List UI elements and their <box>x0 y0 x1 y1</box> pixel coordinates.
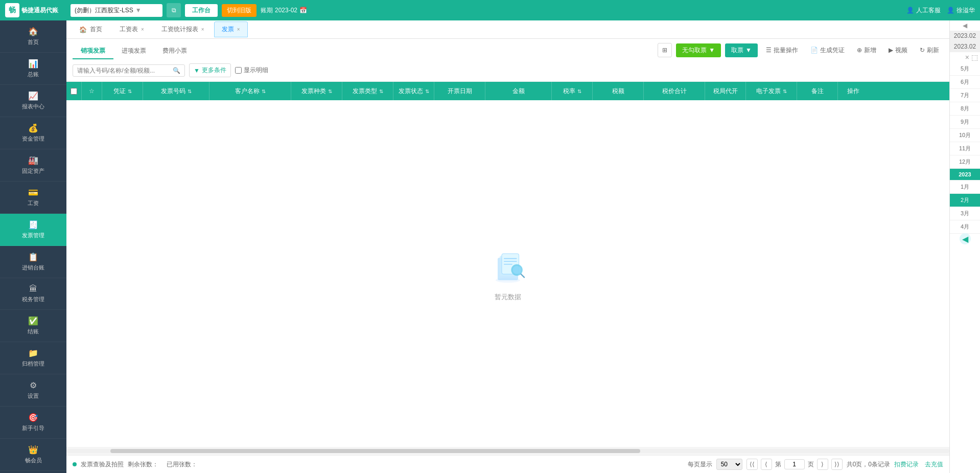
sidebar-label-home: 首页 <box>28 38 39 46</box>
date-month-10[interactable]: 10月 <box>950 129 980 142</box>
sub-tab-sales-label: 销项发票 <box>81 47 105 54</box>
sidebar-item-home[interactable]: 🏠 首页 <box>0 20 66 53</box>
batch-ops-icon: ☰ <box>766 47 772 54</box>
grid-view-button[interactable]: ⊞ <box>658 43 672 57</box>
date-month-4[interactable]: 4月 <box>950 220 980 234</box>
sidebar-item-settings[interactable]: ⚙ 设置 <box>0 374 66 407</box>
table-header: ☆ 凭证 ⇅ 发票号码 ⇅ 客户名称 ⇅ 发票种类 <box>66 82 949 100</box>
batch-ops-button[interactable]: ☰ 批量操作 <box>762 43 802 57</box>
empty-state: 暂元数据 <box>66 100 949 447</box>
panel-maximize-button[interactable]: ⬚ <box>971 53 978 61</box>
th-invoice-no[interactable]: 发票号码 ⇅ <box>143 82 209 100</box>
search-icon[interactable]: 🔍 <box>173 67 180 74</box>
main-layout: 🏠 首页 📊 总账 📈 报表中心 💰 资金管理 🏭 固定资产 💳 工资 🧾 发票… <box>0 20 980 473</box>
search-box[interactable]: 🔍 <box>73 64 185 77</box>
home-tab-icon: 🏠 <box>79 26 87 33</box>
copy-button[interactable]: ⧉ <box>167 3 181 17</box>
footer-links: 扣费记录 去充值 <box>894 460 943 469</box>
search-input[interactable] <box>77 67 171 74</box>
th-cert[interactable]: 凭证 ⇅ <box>102 82 143 100</box>
deduct-record-link[interactable]: 扣费记录 <box>894 460 919 469</box>
filter-button[interactable]: ▼ 更多条件 <box>189 63 231 77</box>
user-menu[interactable]: 👤 徐溢华 <box>947 6 975 15</box>
per-page-select[interactable]: 50 100 200 <box>716 459 742 470</box>
sidebar-item-payroll[interactable]: 💳 工资 <box>0 182 66 214</box>
date-month-8[interactable]: 8月 <box>950 102 980 116</box>
service-label: 人工客服 <box>916 6 941 15</box>
th-type1[interactable]: 发票种类 ⇅ <box>291 82 342 100</box>
user-avatar: 👤 <box>947 7 954 14</box>
show-detail-checkbox[interactable]: 显示明细 <box>235 66 268 75</box>
sidebar-item-reports[interactable]: 📈 报表中心 <box>0 85 66 117</box>
date-year-2023[interactable]: 2023 <box>950 169 980 181</box>
sidebar-pin-button[interactable]: ◀◀ 取消固定 <box>0 471 66 473</box>
sidebar-item-tax[interactable]: 🏛 税务管理 <box>0 278 66 310</box>
date-month-6[interactable]: 6月 <box>950 76 980 89</box>
content-area: 🏠 首页 工资表 × 工资统计报表 × 发票 × 销项发票 <box>66 20 949 473</box>
invoice-page: 销项发票 进项发票 费用小票 ⊞ 无勾取票 ▼ 取票 ▼ <box>66 39 949 473</box>
date-month-1[interactable]: 1月 <box>950 181 980 194</box>
select-all-checkbox[interactable] <box>71 88 77 95</box>
date-month-12[interactable]: 12月 <box>950 155 980 169</box>
tab-payroll-report-close[interactable]: × <box>201 27 204 32</box>
video-button[interactable]: ▶ 视频 <box>884 43 912 57</box>
last-page-button[interactable]: ⟩⟩ <box>831 459 843 470</box>
sidebar-item-archive[interactable]: 📁 归档管理 <box>0 342 66 374</box>
date-month-7[interactable]: 7月 <box>950 89 980 102</box>
refresh-button[interactable]: ↻ 刷新 <box>916 43 943 57</box>
date-month-3[interactable]: 3月 <box>950 207 980 220</box>
deduct-button[interactable]: 取票 ▼ <box>725 43 758 57</box>
date-month-5[interactable]: 5月 <box>950 62 980 76</box>
horizontal-scrollbar[interactable] <box>66 449 949 453</box>
sub-tab-sales[interactable]: 销项发票 <box>73 43 113 59</box>
company-selector[interactable]: (勿删）江西股宝-LSS ▼ <box>71 4 162 17</box>
detail-checkbox-input[interactable] <box>235 67 242 74</box>
tab-payroll-close[interactable]: × <box>141 27 144 32</box>
next-page-button[interactable]: ⟩ <box>817 459 828 470</box>
sidebar-item-assets[interactable]: 🏭 固定资产 <box>0 149 66 182</box>
tab-invoice[interactable]: 发票 × <box>214 21 248 37</box>
tab-payroll-report[interactable]: 工资统计报表 × <box>154 21 212 37</box>
no-deduct-button[interactable]: 无勾取票 ▼ <box>676 43 721 57</box>
sidebar-item-guide[interactable]: 🎯 新手引导 <box>0 407 66 439</box>
sub-tab-purchase[interactable]: 进项发票 <box>113 43 154 59</box>
th-status[interactable]: 发票状态 ⇅ <box>393 82 434 100</box>
logo-icon: 畅 <box>5 3 19 17</box>
panel-collapse-arrow[interactable]: ◀ <box>950 20 980 31</box>
th-electronic-sort: ⇅ <box>783 88 787 94</box>
sidebar-item-funds[interactable]: 💰 资金管理 <box>0 117 66 149</box>
date-panel-header1: 2023.02 <box>950 31 980 41</box>
switch-version-button[interactable]: 切到旧版 <box>222 4 256 17</box>
sidebar-item-close[interactable]: ✅ 结账 <box>0 310 66 342</box>
horizontal-scrollbar-thumb[interactable] <box>110 449 640 453</box>
recharge-link[interactable]: 去充值 <box>925 460 943 469</box>
th-rate[interactable]: 税率 ⇅ <box>552 82 593 100</box>
panel-bottom-arrow[interactable]: ◀ <box>950 234 980 244</box>
first-page-button[interactable]: ⟨⟨ <box>746 459 758 470</box>
tab-invoice-close[interactable]: × <box>237 27 240 32</box>
date-month-11[interactable]: 11月 <box>950 142 980 155</box>
check-indicator <box>73 462 77 466</box>
date-month-2[interactable]: 2月 <box>950 194 980 207</box>
gen-cert-button[interactable]: 📄 生成凭证 <box>806 43 849 57</box>
workbench-button[interactable]: 工作台 <box>185 4 218 17</box>
add-button[interactable]: ⊕ 新增 <box>853 43 880 57</box>
sidebar-item-sales[interactable]: 📋 进销台账 <box>0 246 66 278</box>
sidebar-item-invoice[interactable]: 🧾 发票管理 <box>0 214 66 246</box>
service-button[interactable]: 👤 人工客服 <box>906 6 941 15</box>
sidebar-item-ledger[interactable]: 📊 总账 <box>0 53 66 85</box>
sidebar-label-member: 畅会员 <box>25 457 42 464</box>
th-electronic[interactable]: 电子发票 ⇅ <box>746 82 797 100</box>
panel-close-button[interactable]: × <box>965 53 969 61</box>
tab-payroll[interactable]: 工资表 × <box>112 21 152 37</box>
date-month-9[interactable]: 9月 <box>950 116 980 129</box>
th-customer[interactable]: 客户名称 ⇅ <box>209 82 291 100</box>
th-checkbox[interactable] <box>66 82 82 100</box>
page-input[interactable] <box>784 459 805 469</box>
prev-page-button[interactable]: ⟨ <box>761 459 772 470</box>
sub-tab-expense[interactable]: 费用小票 <box>154 43 195 59</box>
sidebar-item-member[interactable]: 👑 畅会员 <box>0 439 66 471</box>
assets-icon: 🏭 <box>28 155 38 165</box>
tab-home[interactable]: 🏠 首页 <box>72 21 110 37</box>
th-type2[interactable]: 发票类型 ⇅ <box>342 82 393 100</box>
